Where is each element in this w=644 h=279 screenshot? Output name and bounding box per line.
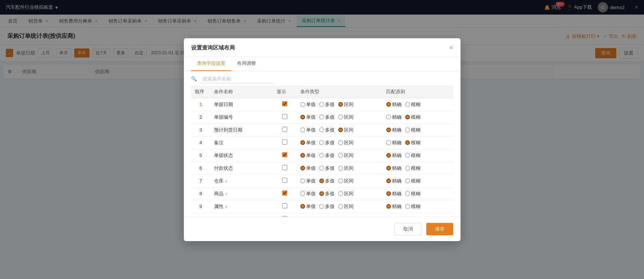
radio-type-input-单值[interactable] (300, 102, 305, 107)
radio-type-input-多值[interactable] (319, 127, 324, 132)
radio-type-input-区间[interactable] (338, 191, 343, 196)
radio-match-input-精确[interactable] (386, 191, 391, 196)
cancel-btn[interactable]: 取消 (394, 223, 422, 235)
radio-type-input-多值[interactable] (319, 153, 324, 158)
radio-match-input-模糊[interactable] (405, 204, 410, 209)
radio-match-模糊[interactable]: 模糊 (405, 152, 420, 159)
radio-match-input-模糊[interactable] (405, 153, 410, 158)
radio-match-精确[interactable]: 精确 (386, 114, 402, 121)
radio-type-input-区间[interactable] (338, 127, 343, 132)
dialog-close-btn[interactable]: × (449, 44, 453, 52)
radio-type-input-单值[interactable] (300, 204, 305, 209)
radio-type-input-单值[interactable] (300, 178, 305, 183)
radio-match-模糊[interactable]: 模糊 (405, 127, 420, 133)
radio-type-区间[interactable]: 区间 (338, 178, 353, 184)
radio-type-input-单值[interactable] (300, 153, 305, 158)
radio-type-多值[interactable]: 多值 (319, 152, 335, 159)
search-input[interactable] (200, 75, 273, 83)
show-checkbox[interactable] (282, 165, 287, 170)
show-checkbox[interactable] (282, 178, 287, 183)
radio-type-多值[interactable]: 多值 (319, 178, 335, 184)
show-checkbox[interactable] (282, 152, 287, 157)
show-checkbox[interactable] (282, 203, 287, 208)
dialog-tab-query-fields[interactable]: 查询字段设置 (191, 56, 231, 71)
radio-match-模糊[interactable]: 模糊 (405, 140, 420, 146)
radio-match-input-精确[interactable] (386, 127, 391, 132)
radio-match-input-精确[interactable] (386, 115, 391, 119)
radio-type-单值[interactable]: 单值 (300, 127, 316, 133)
radio-type-单值[interactable]: 单值 (300, 152, 316, 159)
radio-type-input-区间[interactable] (338, 166, 343, 170)
radio-type-多值[interactable]: 多值 (319, 101, 335, 108)
radio-match-input-模糊[interactable] (405, 102, 410, 107)
radio-type-区间[interactable]: 区间 (338, 203, 353, 210)
radio-type-区间[interactable]: 区间 (338, 127, 353, 133)
radio-type-input-单值[interactable] (300, 115, 305, 119)
radio-match-精确[interactable]: 精确 (386, 101, 402, 108)
radio-match-input-模糊[interactable] (405, 115, 410, 119)
radio-match-input-精确[interactable] (386, 153, 391, 158)
radio-type-多值[interactable]: 多值 (319, 165, 335, 172)
radio-match-input-模糊[interactable] (405, 178, 410, 183)
dialog-tab-layout[interactable]: 布局调整 (231, 56, 262, 71)
show-checkbox[interactable] (282, 101, 287, 106)
radio-type-单值[interactable]: 单值 (300, 165, 316, 172)
radio-type-input-单值[interactable] (300, 191, 305, 196)
radio-match-精确[interactable]: 精确 (386, 140, 402, 146)
radio-match-input-模糊[interactable] (405, 166, 410, 170)
radio-match-精确[interactable]: 精确 (386, 127, 402, 133)
radio-match-模糊[interactable]: 模糊 (405, 114, 420, 121)
radio-match-input-精确[interactable] (386, 166, 391, 170)
radio-match-input-精确[interactable] (386, 102, 391, 107)
radio-type-input-区间[interactable] (338, 140, 343, 145)
radio-type-多值[interactable]: 多值 (319, 190, 335, 197)
radio-type-input-多值[interactable] (319, 140, 324, 145)
radio-type-区间[interactable]: 区间 (338, 152, 353, 159)
radio-type-input-区间[interactable] (338, 153, 343, 158)
radio-match-input-模糊[interactable] (405, 127, 410, 132)
radio-type-多值[interactable]: 多值 (319, 203, 335, 210)
show-checkbox[interactable] (282, 190, 287, 196)
radio-type-单值[interactable]: 单值 (300, 140, 316, 146)
show-checkbox[interactable] (282, 140, 287, 145)
radio-type-区间[interactable]: 区间 (338, 165, 353, 172)
radio-match-模糊[interactable]: 模糊 (405, 178, 420, 184)
save-btn[interactable]: 保存 (426, 223, 453, 235)
show-checkbox[interactable] (282, 114, 287, 119)
radio-match-input-精确[interactable] (386, 178, 391, 183)
radio-type-input-区间[interactable] (338, 204, 343, 209)
radio-type-区间[interactable]: 区间 (338, 114, 353, 121)
radio-type-单值[interactable]: 单值 (300, 114, 316, 121)
radio-type-input-区间[interactable] (338, 102, 343, 107)
radio-type-input-单值[interactable] (300, 166, 305, 170)
radio-match-模糊[interactable]: 模糊 (405, 190, 420, 197)
radio-type-单值[interactable]: 单值 (300, 178, 316, 184)
radio-type-input-区间[interactable] (338, 178, 343, 183)
radio-type-区间[interactable]: 区间 (338, 190, 353, 197)
radio-type-input-多值[interactable] (319, 178, 324, 183)
radio-type-单值[interactable]: 单值 (300, 203, 316, 210)
radio-type-区间[interactable]: 区间 (338, 140, 353, 146)
radio-type-多值[interactable]: 多值 (319, 140, 335, 146)
radio-type-单值[interactable]: 单值 (300, 101, 316, 108)
radio-match-模糊[interactable]: 模糊 (405, 165, 420, 172)
radio-match-精确[interactable]: 精确 (386, 178, 402, 184)
radio-match-模糊[interactable]: 模糊 (405, 101, 420, 108)
radio-type-input-单值[interactable] (300, 127, 305, 132)
radio-match-模糊[interactable]: 模糊 (405, 203, 420, 210)
radio-match-精确[interactable]: 精确 (386, 190, 402, 197)
radio-match-input-模糊[interactable] (405, 191, 410, 196)
radio-type-区间[interactable]: 区间 (338, 101, 353, 108)
radio-type-input-区间[interactable] (338, 115, 343, 119)
radio-type-input-多值[interactable] (319, 191, 324, 196)
radio-match-input-模糊[interactable] (405, 140, 410, 145)
radio-match-input-精确[interactable] (386, 140, 391, 145)
radio-match-精确[interactable]: 精确 (386, 152, 402, 159)
radio-type-多值[interactable]: 多值 (319, 114, 335, 121)
radio-type-多值[interactable]: 多值 (319, 127, 335, 133)
radio-match-精确[interactable]: 精确 (386, 203, 402, 210)
radio-type-单值[interactable]: 单值 (300, 190, 316, 197)
radio-type-input-多值[interactable] (319, 166, 324, 170)
radio-type-input-单值[interactable] (300, 140, 305, 145)
radio-match-精确[interactable]: 精确 (386, 165, 402, 172)
